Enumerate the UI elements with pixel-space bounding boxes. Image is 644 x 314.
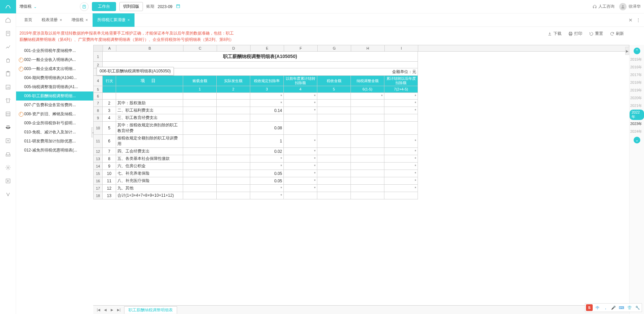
form-list-item[interactable]: 007-广告费和业务宣传费跨... [16,101,93,110]
cell[interactable] [217,107,250,114]
col-header[interactable]: I [385,45,418,51]
cell[interactable] [250,114,284,122]
cell[interactable]: 11 [103,177,116,185]
row-header[interactable]: 8 [93,107,103,114]
select-all-corner[interactable] [94,45,103,51]
cell[interactable] [217,148,250,155]
cell[interactable] [183,155,217,163]
cell[interactable]: 八、补充医疗保险 [116,177,183,185]
switch-old-button[interactable]: 切到旧版 [119,2,143,11]
cell[interactable]: 其中：按税收规定比例扣除的职工教育经费 [116,122,183,135]
nav-shirt-icon[interactable] [0,94,16,107]
cell[interactable]: 10 [103,170,116,177]
download-button[interactable]: 下载 [547,31,561,37]
horizontal-scrollbar[interactable] [193,308,627,312]
tax-type-dropdown[interactable]: 增值税 ⌄ [19,4,76,9]
row-header[interactable]: 17 [93,185,103,192]
sheet-nav-prev[interactable]: ◀ [103,308,108,312]
sheet-nav-last[interactable]: ▶| [116,308,121,312]
row-header[interactable]: 15 [93,170,103,177]
ime-punct-icon[interactable]: ， [602,304,609,311]
cell[interactable]: * [384,107,418,114]
cell[interactable] [183,93,217,100]
close-icon[interactable]: × [60,18,62,22]
cell[interactable] [217,135,250,148]
cell[interactable] [317,148,351,155]
cell[interactable]: * [384,155,418,163]
cell[interactable]: * [250,100,284,107]
nav-grid-icon[interactable] [0,107,16,121]
cell[interactable] [351,107,384,114]
close-icon[interactable]: × [127,18,130,22]
print-button[interactable]: 打印 [568,31,582,37]
cell[interactable] [351,170,384,177]
cell[interactable] [217,192,250,199]
cell[interactable]: * [384,170,418,177]
cell[interactable]: * [250,185,284,192]
year-item[interactable]: 2022年 [630,110,644,120]
cell[interactable]: * [284,177,317,185]
cell[interactable]: 六、住房公积金 [116,163,183,170]
form-list-item[interactable]: 005-纳税调整项目明细表(A1... [16,82,93,91]
cell[interactable] [183,100,217,107]
cell[interactable] [317,177,351,185]
cell[interactable]: * [284,93,317,100]
year-item[interactable]: 2018年 [630,79,644,86]
nav-clip-icon[interactable] [0,67,16,80]
cell[interactable] [351,185,384,192]
cell[interactable]: 二、职工福利费支出 [116,107,183,114]
cell[interactable]: 三、职工教育经费支出 [116,114,183,122]
tab-item[interactable]: 增值税× [67,13,93,27]
cell[interactable]: 合计(1+3+4+7+8+9+10+11+12) [116,192,183,199]
row-header[interactable]: 14 [93,163,103,170]
cell[interactable] [351,114,384,122]
nav-report-icon[interactable] [0,80,16,94]
calendar-icon[interactable] [176,4,180,9]
tab-item[interactable]: 首页 [19,13,37,27]
cell[interactable] [351,135,384,148]
cell[interactable]: * [284,170,317,177]
year-item[interactable]: 2017年 [630,71,644,79]
year-item[interactable]: 2021年 [630,102,644,110]
col-header[interactable]: F [284,45,318,51]
cell[interactable] [183,122,217,135]
cell[interactable] [284,192,317,199]
cell[interactable]: 4 [103,114,116,122]
cell[interactable] [217,177,250,185]
nav-bowl-icon[interactable] [0,121,16,134]
cell[interactable]: 13 [103,192,116,199]
cell[interactable]: * [284,185,317,192]
cell[interactable] [351,192,384,199]
nav-inbox-icon[interactable] [0,147,16,161]
user-menu[interactable]: 徐泽华 [619,3,641,10]
cell[interactable]: 七、补充养老保险 [116,170,183,177]
form-list-item[interactable]: 008-资产折旧、摊销及纳税... [16,110,93,119]
cell[interactable]: * [250,155,284,163]
form-list-item[interactable]: 009-企业所得税弥补亏损明... [16,119,93,128]
cell[interactable] [217,114,250,122]
cell[interactable]: * [351,93,384,100]
cell[interactable]: 0.08 [250,122,284,135]
cell[interactable] [284,114,317,122]
cell[interactable] [217,163,250,170]
cell[interactable] [183,163,217,170]
nav-chart-icon[interactable] [0,40,16,54]
col-header[interactable]: B [116,45,183,51]
row-header[interactable]: 1 [93,52,103,62]
ime-tool-icon[interactable]: 🔧 [634,304,641,311]
cell[interactable] [183,107,217,114]
cell[interactable] [217,122,250,135]
close-icon[interactable]: × [86,18,88,22]
cell[interactable] [384,114,418,122]
tab-close-all-icon[interactable]: ✕ [629,17,633,23]
nav-v-icon[interactable] [0,188,16,201]
cell[interactable] [351,100,384,107]
cell[interactable]: 四、工会经费支出 [116,148,183,155]
refresh-button[interactable]: 刷新 [610,31,624,37]
form-list-item[interactable]: 002-一般企业收入明细表(A... [16,55,93,64]
year-item[interactable]: 2019年 [630,86,644,94]
form-list-item[interactable]: 010-免税、减计收入及加计... [16,128,93,137]
ime-mic-icon[interactable]: 🎤 [610,304,617,311]
sheet-nav-first[interactable]: |◀ [96,308,101,312]
cell[interactable]: 9 [103,163,116,170]
